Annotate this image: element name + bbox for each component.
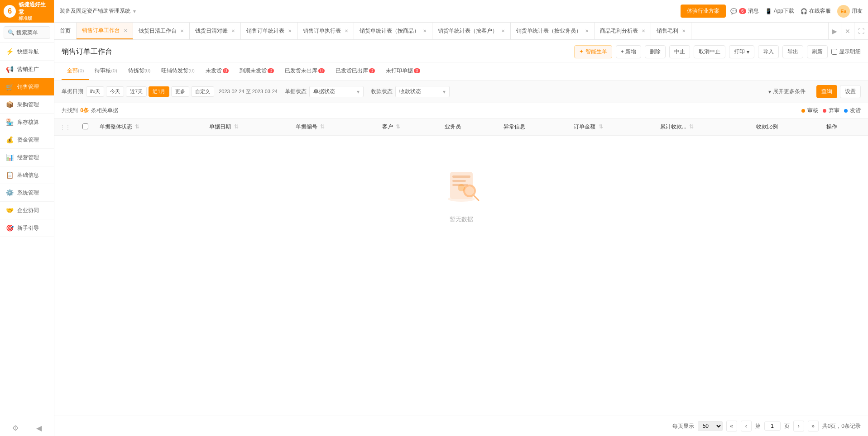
close-tab-summary-customer[interactable]: ✕ bbox=[501, 28, 505, 33]
user-menu[interactable]: Ea 用友 bbox=[837, 5, 863, 18]
export-button[interactable]: 导出 bbox=[782, 45, 803, 58]
sidebar-item-system[interactable]: ⚙️ 系统管理 bbox=[0, 184, 54, 202]
ship-action[interactable]: 发货 bbox=[844, 107, 861, 114]
result-count-number: 0条 bbox=[80, 107, 89, 114]
tab-home[interactable]: 首页 bbox=[54, 23, 77, 39]
payment-select[interactable]: 收款状态 ▾ bbox=[395, 86, 450, 97]
smart-create-button[interactable]: ✦ 智能生单 bbox=[574, 45, 612, 58]
search-menu-button[interactable]: 🔍 搜索菜单 bbox=[4, 26, 50, 39]
date-btn-today[interactable]: 今天 bbox=[106, 86, 124, 97]
date-btn-custom[interactable]: 自定义 bbox=[191, 86, 214, 97]
sidebar-item-basic[interactable]: 📋 基础信息 bbox=[0, 166, 54, 184]
sort-collected-icon[interactable]: ⇅ bbox=[689, 123, 694, 130]
tab-sales-summary-customer[interactable]: 销货单统计表（按客户） ✕ bbox=[432, 23, 511, 39]
app-download-button[interactable]: 📱 App下载 bbox=[765, 7, 794, 15]
select-all-checkbox[interactable] bbox=[82, 123, 88, 129]
refresh-button[interactable]: 刷新 bbox=[807, 45, 828, 58]
sort-customer-icon[interactable]: ⇅ bbox=[396, 123, 400, 130]
status-filter-label: 单据状态 bbox=[285, 88, 307, 95]
svg-point-8 bbox=[458, 184, 465, 191]
sidebar-item-purchase[interactable]: 📦 采购管理 bbox=[0, 96, 54, 114]
page-number-input[interactable] bbox=[764, 422, 781, 431]
close-tab-cash-daily[interactable]: ✕ bbox=[180, 28, 184, 33]
tab-sales-order[interactable]: 销售订单工作台 ✕ bbox=[77, 23, 133, 39]
sub-tab-shipped-out[interactable]: 已发货已出库0 bbox=[330, 62, 381, 80]
purchase-icon: 📦 bbox=[5, 100, 14, 109]
close-tab-sales-stats[interactable]: ✕ bbox=[288, 28, 292, 33]
next-page-button[interactable]: › bbox=[793, 421, 804, 431]
status-select[interactable]: 单据状态 ▾ bbox=[309, 86, 364, 97]
settings-filter-button[interactable]: 设置 bbox=[840, 85, 861, 98]
close-tab-gross-profit[interactable]: ✕ bbox=[642, 28, 645, 33]
close-tab-summary-staff[interactable]: ✕ bbox=[585, 28, 589, 33]
sub-tab-not-printed[interactable]: 未打印单据0 bbox=[380, 62, 426, 80]
sidebar-item-quick-nav[interactable]: ⚡ 快捷导航 bbox=[0, 43, 54, 61]
close-tab-sales-exec[interactable]: ✕ bbox=[345, 28, 348, 33]
sidebar-item-enterprise[interactable]: 🤝 企业协同 bbox=[0, 202, 54, 219]
sub-tab-pending-inspect[interactable]: 待拣货(0) bbox=[123, 62, 156, 80]
sidebar-item-marketing[interactable]: 📢 营销推广 bbox=[0, 61, 54, 78]
sub-tab-overdue-ship[interactable]: 到期未发货0 bbox=[234, 62, 279, 80]
sort-amount-icon[interactable]: ⇅ bbox=[599, 123, 603, 130]
query-button[interactable]: 查询 bbox=[816, 85, 837, 98]
solution-button[interactable]: 体验行业方案 bbox=[681, 5, 726, 18]
per-page-select[interactable]: 20 50 100 bbox=[698, 421, 723, 431]
sidebar-item-operations[interactable]: 📊 经营管理 bbox=[0, 149, 54, 166]
date-btn-7days[interactable]: 近7天 bbox=[126, 86, 147, 97]
show-detail-checkbox[interactable] bbox=[831, 49, 837, 55]
date-btn-yesterday[interactable]: 昨天 bbox=[86, 86, 104, 97]
sort-status-icon[interactable]: ⇅ bbox=[135, 123, 139, 130]
stop-button[interactable]: 中止 bbox=[669, 45, 690, 58]
review-action[interactable]: 审核 bbox=[801, 107, 818, 114]
online-service-button[interactable]: 🎧 在线客服 bbox=[801, 7, 831, 15]
import-button[interactable]: 导入 bbox=[758, 45, 779, 58]
tab-close-all[interactable]: ✕ bbox=[841, 23, 854, 39]
close-tab-sales-order[interactable]: ✕ bbox=[124, 28, 127, 33]
message-button[interactable]: 💬 6 消息 bbox=[730, 7, 759, 15]
first-page-button[interactable]: « bbox=[726, 421, 737, 431]
close-tab-sales-profit[interactable]: ✕ bbox=[682, 28, 686, 33]
sub-tab-pending-review[interactable]: 待审核(0) bbox=[89, 62, 122, 80]
sort-number-icon[interactable]: ⇅ bbox=[320, 123, 325, 130]
close-tab-cash-reconcile[interactable]: ✕ bbox=[231, 28, 235, 33]
sub-tab-not-shipped[interactable]: 未发货0 bbox=[200, 62, 235, 80]
tab-cash-daily[interactable]: 钱货日清工作台 ✕ bbox=[133, 23, 190, 39]
anti-review-action[interactable]: 弃审 bbox=[823, 107, 839, 114]
table-scroll[interactable]: ⋮⋮ 单据整体状态 ⇅ 单据日期 ⇅ bbox=[54, 118, 868, 251]
tab-sales-exec[interactable]: 销售订单执行表 ✕ bbox=[297, 23, 354, 39]
sidebar-item-guide[interactable]: 🎯 新手引导 bbox=[0, 219, 54, 237]
add-button[interactable]: + 新增 bbox=[616, 45, 641, 58]
tab-sales-stats[interactable]: 销售订单统计表 ✕ bbox=[241, 23, 297, 39]
sort-date-icon[interactable]: ⇅ bbox=[234, 123, 239, 130]
collapse-sidebar-icon[interactable]: ◀ bbox=[36, 424, 42, 432]
tab-sales-summary-staff[interactable]: 销货单统计表（按业务员） ✕ bbox=[511, 23, 595, 39]
tab-sales-profit[interactable]: 销售毛利 ✕ bbox=[651, 23, 691, 39]
delete-button[interactable]: 删除 bbox=[645, 45, 666, 58]
cancel-stop-button[interactable]: 取消中止 bbox=[694, 45, 725, 58]
tab-sales-summary-product[interactable]: 销货单统计表（按商品） ✕ bbox=[354, 23, 432, 39]
sidebar-item-finance[interactable]: 💰 资金管理 bbox=[0, 131, 54, 149]
topbar-actions: 💬 6 消息 📱 App下载 🎧 在线客服 Ea 用友 bbox=[730, 5, 863, 18]
prev-page-button[interactable]: ‹ bbox=[741, 421, 752, 431]
sub-tab-shipped-not-out[interactable]: 已发货未出库0 bbox=[279, 62, 330, 80]
sales-profit-tab-label: 销售毛利 bbox=[657, 27, 678, 35]
tab-scroll-right[interactable]: ▶ bbox=[828, 23, 841, 39]
sidebar-item-sales[interactable]: 🛒 销售管理 bbox=[0, 78, 54, 96]
tabbar-controls: ▶ ✕ ⛶ bbox=[828, 23, 868, 39]
tab-fullscreen[interactable]: ⛶ bbox=[854, 23, 868, 39]
show-detail-label[interactable]: 显示明细 bbox=[831, 48, 861, 56]
settings-bottom-icon[interactable]: ⚙ bbox=[12, 424, 19, 432]
last-page-button[interactable]: » bbox=[808, 421, 819, 431]
date-btn-1month[interactable]: 近1月 bbox=[149, 86, 169, 97]
sub-tab-wangpu-pending[interactable]: 旺铺待发货(0) bbox=[156, 62, 200, 80]
print-button[interactable]: 打印 ▾ bbox=[729, 45, 754, 58]
tab-gross-profit[interactable]: 商品毛利分析表 ✕ bbox=[595, 23, 651, 39]
sidebar-item-inventory[interactable]: 🏪 库存核算 bbox=[0, 114, 54, 131]
th-status: 单据整体状态 ⇅ bbox=[94, 118, 204, 136]
tab-cash-reconcile[interactable]: 钱货日清对账 ✕ bbox=[190, 23, 241, 39]
close-tab-summary-product[interactable]: ✕ bbox=[423, 28, 427, 33]
sub-tab-all[interactable]: 全部(0) bbox=[62, 62, 89, 80]
date-btn-more[interactable]: 更多 bbox=[171, 86, 189, 97]
page-prefix-label: 第 bbox=[755, 422, 761, 430]
expand-filter-button[interactable]: ▾ 展开更多条件 bbox=[768, 88, 806, 95]
